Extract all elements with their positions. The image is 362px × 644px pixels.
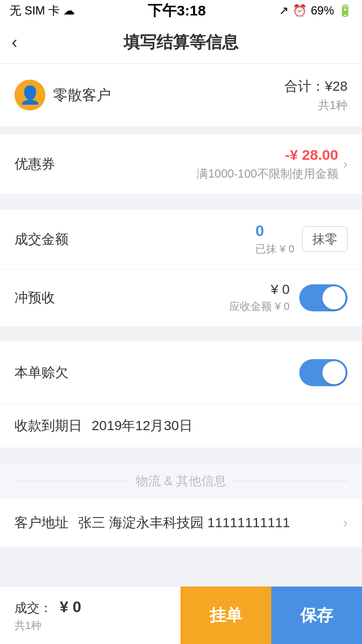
total-count: 共1种 xyxy=(284,98,348,113)
alarm-icon: ⏰ xyxy=(292,4,307,17)
prepay-toggle[interactable] xyxy=(299,284,348,311)
status-bar: 无 SIM 卡 ☁ 下午3:18 ↗ ⏰ 69% 🔋 xyxy=(0,0,362,21)
bottom-deal-row: 成交： ¥ 0 xyxy=(14,598,166,616)
due-date-label: 收款到期日 xyxy=(14,417,82,435)
location-icon: ↗ xyxy=(279,4,289,17)
already-zeroed: 已抹 ¥ 0 xyxy=(255,242,294,256)
customer-left: 👤 零散客户 xyxy=(14,80,111,111)
coupon-sub: 满1000-100不限制使用金额 xyxy=(196,166,338,182)
divider-2 xyxy=(0,334,362,342)
address-chevron-icon: › xyxy=(343,515,348,531)
customer-section: 👤 零散客户 合计：¥28 共1种 xyxy=(0,64,362,126)
bottom-info: 成交： ¥ 0 共1种 xyxy=(0,598,181,633)
coupon-value-area: -¥ 28.00 满1000-100不限制使用金额 xyxy=(196,147,338,182)
round-zero-button[interactable]: 抹零 xyxy=(302,226,348,252)
deal-amount-row: 成交金额 0 已抹 ¥ 0 抹零 xyxy=(0,210,362,269)
sim-status: 无 SIM 卡 ☁ xyxy=(10,3,75,18)
coupon-section[interactable]: 优惠券 -¥ 28.00 满1000-100不限制使用金额 › xyxy=(0,134,362,194)
prepay-label: 冲预收 xyxy=(14,289,55,307)
prepay-main-value: ¥ 0 xyxy=(229,282,290,297)
deal-amount-right: 0 已抹 ¥ 0 抹零 xyxy=(255,222,348,256)
status-left: 无 SIM 卡 ☁ xyxy=(10,3,75,18)
divider-1 xyxy=(0,202,362,210)
status-time: 下午3:18 xyxy=(148,1,206,21)
deal-prepay-section: 成交金额 0 已抹 ¥ 0 抹零 冲预收 ¥ 0 应收金额 ¥ 0 xyxy=(0,210,362,326)
logistics-section: 物流 & 其他信息 客户地址 张三 海淀永丰科技园 11111111111 › xyxy=(0,463,362,546)
page-title: 填写结算等信息 xyxy=(124,31,238,54)
coupon-right: -¥ 28.00 满1000-100不限制使用金额 › xyxy=(196,147,348,182)
prepay-row: 冲预收 ¥ 0 应收金额 ¥ 0 xyxy=(0,269,362,326)
address-value: 张三 海淀永丰科技园 11111111111 xyxy=(78,514,343,532)
back-button[interactable]: ‹ xyxy=(12,32,17,53)
due-date-value: 2019年12月30日 xyxy=(92,417,193,435)
coupon-label: 优惠券 xyxy=(14,155,55,173)
save-button[interactable]: 保存 xyxy=(271,587,362,644)
address-label: 客户地址 xyxy=(14,514,69,532)
debt-section: 本单赊欠 收款到期日 2019年12月30日 xyxy=(0,342,362,448)
debt-row: 本单赊欠 xyxy=(0,342,362,404)
coupon-chevron-icon: › xyxy=(343,156,348,172)
divider-3 xyxy=(0,455,362,463)
nav-bar: ‹ 填写结算等信息 xyxy=(0,21,362,64)
battery-level: 69% xyxy=(311,4,334,17)
sep-line-right xyxy=(234,481,348,481)
battery-icon: 🔋 xyxy=(338,4,352,17)
customer-row: 👤 零散客户 合计：¥28 共1种 xyxy=(0,64,362,126)
prepay-values: ¥ 0 应收金额 ¥ 0 xyxy=(229,282,290,314)
debt-label: 本单赊欠 xyxy=(14,364,69,382)
bottom-count: 共1种 xyxy=(14,618,166,633)
total-amount: 合计：¥28 xyxy=(284,77,348,96)
sep-line-left xyxy=(14,481,128,481)
avatar: 👤 xyxy=(14,80,45,111)
logistics-separator: 物流 & 其他信息 xyxy=(0,463,362,499)
pending-button[interactable]: 挂单 xyxy=(181,587,271,644)
due-date-row: 收款到期日 2019年12月30日 xyxy=(0,404,362,448)
address-row[interactable]: 客户地址 张三 海淀永丰科技园 11111111111 › xyxy=(0,499,362,546)
prepay-right: ¥ 0 应收金额 ¥ 0 xyxy=(229,282,348,314)
prepay-sub-value: 应收金额 ¥ 0 xyxy=(229,299,290,314)
coupon-row[interactable]: 优惠券 -¥ 28.00 满1000-100不限制使用金额 › xyxy=(0,134,362,194)
deal-amount-value: 0 xyxy=(255,222,294,240)
bottom-bar: 成交： ¥ 0 共1种 挂单 保存 xyxy=(0,586,362,644)
debt-toggle[interactable] xyxy=(299,359,348,386)
deal-amount-label: 成交金额 xyxy=(14,230,69,249)
customer-name: 零散客户 xyxy=(53,85,111,105)
avatar-icon: 👤 xyxy=(19,85,41,105)
customer-right: 合计：¥28 共1种 xyxy=(284,77,348,113)
deal-amount-values: 0 已抹 ¥ 0 xyxy=(255,222,294,256)
logistics-sep-text: 物流 & 其他信息 xyxy=(136,473,226,490)
status-right: ↗ ⏰ 69% 🔋 xyxy=(279,4,352,17)
debt-toggle-knob xyxy=(322,361,346,384)
bottom-deal-amount: ¥ 0 xyxy=(60,598,81,616)
bottom-deal-label: 成交： xyxy=(14,601,52,615)
toggle-knob xyxy=(322,286,346,309)
coupon-discount: -¥ 28.00 xyxy=(196,147,338,163)
